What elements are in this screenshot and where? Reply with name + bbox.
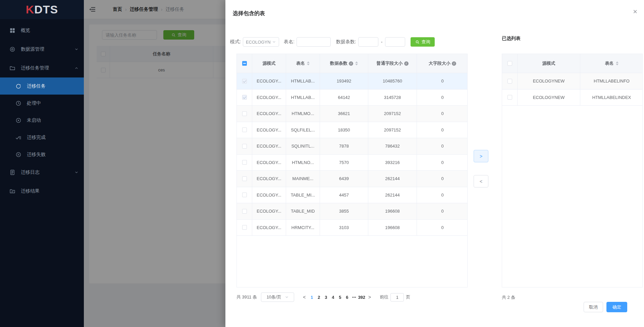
move-left-button[interactable]: <: [474, 175, 488, 187]
clock-icon: [15, 100, 21, 106]
more-pages[interactable]: ⋯: [351, 295, 358, 300]
available-tables-header: 源模式 表名 数据条数i 普通字段大小i 大字段大小i: [237, 54, 467, 73]
row-checkbox[interactable]: [242, 79, 247, 84]
column-source-schema: 源模式: [252, 54, 286, 73]
prev-page-button[interactable]: <: [300, 294, 308, 300]
page-2[interactable]: 2: [315, 295, 322, 300]
folder-icon: [9, 65, 15, 71]
row-checkbox[interactable]: [242, 176, 247, 181]
table-row[interactable]: ECOLOGY... HTMLNO... 7570 393216 0: [237, 155, 467, 171]
play-circle-icon: [15, 117, 21, 123]
sidebar-item-datasource[interactable]: 数据源管理: [0, 40, 84, 59]
column-normal-field-size: 普通字段大小i: [368, 54, 417, 73]
count-min-input[interactable]: [358, 37, 378, 47]
row-checkbox[interactable]: [507, 95, 512, 100]
sidebar-item-label: 概览: [21, 28, 30, 34]
cancel-button[interactable]: 取消: [584, 302, 603, 312]
modal-search-button[interactable]: 查询: [411, 37, 435, 47]
table-row[interactable]: ECOLOGY... HTMLLAB... 193492 10485760 0: [237, 73, 467, 90]
sidebar-item-migration-done[interactable]: 迁移完成: [0, 129, 84, 146]
sidebar-item-migration-failed[interactable]: 迁移失败: [0, 146, 84, 163]
logo-dts: DTS: [34, 3, 58, 16]
sidebar-item-migration-result[interactable]: 迁移结果: [0, 182, 84, 201]
column-table-name[interactable]: 表名: [580, 54, 643, 73]
table-name-input[interactable]: [297, 37, 331, 47]
logo-k: K: [26, 3, 35, 16]
select-all-checkbox[interactable]: [507, 61, 512, 66]
sort-caret-icon[interactable]: [616, 61, 619, 65]
row-checkbox[interactable]: [242, 111, 247, 116]
column-table-name[interactable]: 表名: [286, 54, 320, 73]
pagination: 共 3911 条 10条/页 < 1 2 3 4 5 6 ⋯ 392 > 前往 …: [236, 292, 410, 302]
table-row[interactable]: ECOLOGY... TABLE_MID 3855 196608 0: [237, 203, 467, 220]
error-circle-icon: [15, 152, 21, 158]
schema-select[interactable]: ECOLOGYN: [243, 37, 279, 47]
row-checkbox[interactable]: [242, 95, 247, 100]
chevron-down-icon: [74, 47, 78, 51]
page-4[interactable]: 4: [329, 295, 336, 300]
table-row[interactable]: ECOLOGY... SQLFILEL... 18350 2097152 0: [237, 122, 467, 139]
page-3[interactable]: 3: [322, 295, 329, 300]
row-checkbox[interactable]: [242, 209, 247, 214]
next-page-button[interactable]: >: [366, 294, 374, 300]
dialog-title: 选择包含的表: [233, 10, 265, 17]
grid-icon: [9, 28, 15, 34]
table-row[interactable]: ECOLOGY... TABLE_MI... 4457 262144 0: [237, 187, 467, 204]
page-6[interactable]: 6: [343, 295, 351, 300]
row-checkbox[interactable]: [507, 79, 512, 84]
table-row[interactable]: ECOLOGY... MAINME... 6439 262144 0: [237, 171, 467, 187]
table-row[interactable]: ECOLOGY... HTMLMO... 36621 2097152 0: [237, 106, 467, 122]
table-row[interactable]: ECOLOGY... HTMLLAB... 64142 3145728 0: [237, 90, 467, 106]
sidebar-item-overview[interactable]: 概览: [0, 21, 84, 40]
confirm-button[interactable]: 确定: [606, 302, 627, 312]
select-tables-dialog: 选择包含的表 × 模式: ECOLOGYN 表名: 数据条数: - 查询 源模式…: [225, 0, 644, 327]
page-size-select[interactable]: 10条/页: [261, 292, 294, 302]
column-source-schema: 源模式: [518, 54, 580, 73]
sidebar-item-label: 迁移任务: [27, 83, 46, 89]
column-row-count[interactable]: 数据条数i: [320, 54, 368, 73]
page-1[interactable]: 1: [308, 295, 315, 300]
search-icon: [415, 40, 420, 44]
sidebar-item-label: 迁移完成: [27, 134, 46, 141]
table-name-label: 表名:: [284, 39, 294, 45]
sidebar: KDTS 概览 数据源管理 迁移任务管理 迁移任务 处理中 未启动 迁移完成 迁…: [0, 0, 84, 327]
sidebar-item-label: 迁移结果: [21, 188, 40, 194]
row-checkbox[interactable]: [242, 193, 247, 197]
goto-page-input[interactable]: [390, 293, 404, 302]
sort-caret-icon[interactable]: [307, 61, 310, 65]
row-checkbox[interactable]: [242, 127, 247, 132]
chevron-down-icon: [285, 295, 289, 299]
sidebar-item-label: 迁移任务管理: [21, 65, 49, 71]
page-5[interactable]: 5: [336, 295, 343, 300]
sidebar-item-processing[interactable]: 处理中: [0, 95, 84, 112]
sidebar-item-label: 数据源管理: [21, 46, 44, 52]
close-icon[interactable]: ×: [633, 8, 637, 15]
folder-check-icon: [9, 188, 15, 194]
table-row[interactable]: ECOLOGY... HRMCITY... 3103 196608 0: [237, 220, 467, 236]
select-all-checkbox[interactable]: [242, 61, 247, 66]
chevron-up-icon: [74, 66, 78, 70]
count-max-input[interactable]: [385, 37, 405, 47]
info-icon: i: [404, 61, 409, 66]
info-icon: i: [349, 61, 353, 66]
row-count-label: 数据条数:: [336, 39, 356, 45]
goto-page: 前往 页: [380, 293, 410, 302]
selected-total-count: 共 2 条: [502, 294, 515, 301]
sort-caret-icon[interactable]: [355, 61, 358, 65]
row-checkbox[interactable]: [242, 160, 247, 165]
sidebar-item-migration-task-mgmt[interactable]: 迁移任务管理: [0, 59, 84, 77]
sidebar-item-label: 迁移失败: [27, 152, 46, 158]
sidebar-item-migration-log[interactable]: 迁移日志: [0, 163, 84, 182]
migrate-task-icon: [15, 83, 21, 89]
table-row[interactable]: ECOLOGYNEW HTMLLABELINFO: [502, 73, 642, 90]
sidebar-item-not-started[interactable]: 未启动: [0, 112, 84, 129]
sidebar-item-migration-task[interactable]: 迁移任务: [0, 77, 84, 95]
table-row[interactable]: ECOLOGYNEW HTMLLABELINDEX: [502, 90, 642, 106]
row-checkbox[interactable]: [242, 225, 247, 230]
row-checkbox[interactable]: [242, 144, 247, 149]
selected-list-title: 已选列表: [502, 36, 521, 42]
page-392[interactable]: 392: [358, 295, 366, 300]
move-right-button[interactable]: >: [474, 150, 488, 162]
table-row[interactable]: ECOLOGY... SQLINITL... 7878 786432 0: [237, 138, 467, 155]
range-separator: -: [381, 39, 383, 45]
